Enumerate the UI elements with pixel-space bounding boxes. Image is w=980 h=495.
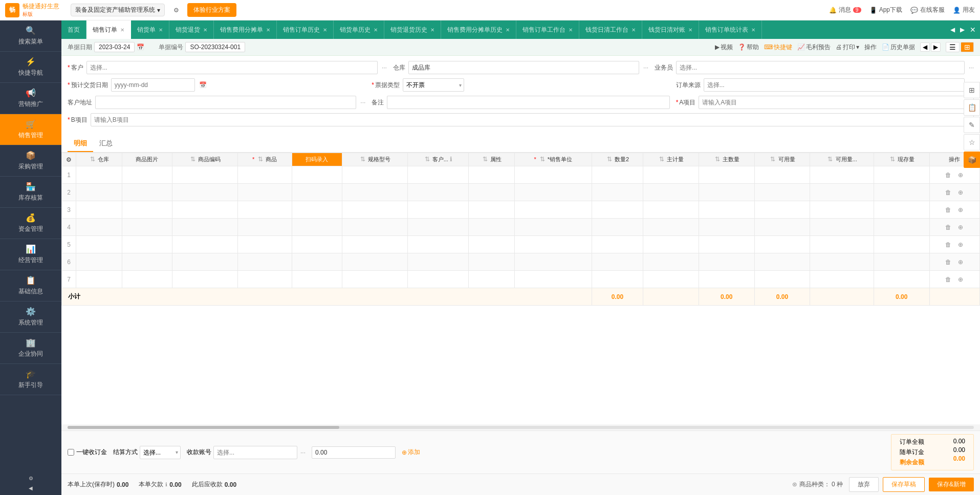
- close-tab-sales-order[interactable]: ✕: [120, 27, 124, 33]
- one-click-settle-checkbox[interactable]: 一键收订金: [68, 448, 107, 457]
- close-tab-expense-history[interactable]: ✕: [506, 27, 510, 33]
- row-stock-cell[interactable]: [874, 219, 929, 236]
- customer-more-btn[interactable]: ···: [382, 64, 387, 71]
- row-delete-btn[interactable]: 🗑: [943, 274, 953, 285]
- row-attr-cell[interactable]: [468, 201, 514, 219]
- col-stock-header[interactable]: ⇅ 现存量: [874, 153, 929, 166]
- row-mainqty-cell[interactable]: [699, 201, 754, 219]
- row-stock-cell[interactable]: [874, 201, 929, 219]
- row-code-cell[interactable]: [172, 236, 238, 253]
- app-download[interactable]: 📱 App下载: [869, 6, 902, 14]
- row-mainunit-cell[interactable]: [643, 271, 699, 288]
- close-tab-order-history[interactable]: ✕: [323, 27, 327, 33]
- close-tab-sales-invoice[interactable]: ✕: [159, 27, 163, 33]
- row-code-cell[interactable]: [172, 166, 238, 184]
- col-qty2-header[interactable]: ⇅ 数量2: [592, 153, 643, 166]
- notification-bell[interactable]: 🔔 消息 9: [829, 6, 861, 14]
- row-warehouse-cell[interactable]: [76, 271, 122, 288]
- col-main-qty-header[interactable]: ⇅ 主数量: [699, 153, 754, 166]
- row-avail-cell[interactable]: [754, 271, 810, 288]
- row-attr-cell[interactable]: [468, 236, 514, 253]
- warehouse-more-btn[interactable]: ···: [643, 64, 648, 71]
- user-avatar[interactable]: 👤 用友: [953, 6, 975, 14]
- row-avail-cell[interactable]: [754, 166, 810, 184]
- row-avail2-cell[interactable]: [810, 201, 874, 219]
- row-product-cell[interactable]: [237, 236, 292, 253]
- row-stock-cell[interactable]: [874, 236, 929, 253]
- payment-method-select[interactable]: 选择...: [140, 446, 181, 459]
- shortcut-btn[interactable]: ⌨ 快捷键: [764, 43, 792, 52]
- row-spec-cell[interactable]: [342, 253, 407, 271]
- row-code-cell[interactable]: [172, 219, 238, 236]
- col-code-header[interactable]: ⇅ 商品编码: [172, 153, 238, 166]
- row-delete-btn[interactable]: 🗑: [943, 187, 953, 198]
- row-attr-cell[interactable]: [468, 271, 514, 288]
- profit-btn[interactable]: 📈 毛利预告: [797, 43, 831, 52]
- tab-return-history[interactable]: 销货退货历史 ✕: [384, 20, 441, 39]
- row-avail-cell[interactable]: [754, 236, 810, 253]
- row-copy-btn[interactable]: ⊕: [955, 240, 966, 250]
- tab-order-stats[interactable]: 销售订单统计表 ✕: [699, 20, 762, 39]
- row-spec-cell[interactable]: [342, 166, 407, 184]
- row-avail2-cell[interactable]: [810, 219, 874, 236]
- tab-expense-history[interactable]: 销售费用分摊单历史 ✕: [441, 20, 516, 39]
- row-product-cell[interactable]: [237, 271, 292, 288]
- row-custcode-cell[interactable]: [407, 236, 468, 253]
- side-btn-5[interactable]: 📦: [964, 152, 980, 168]
- tab-invoice-history[interactable]: 销货单历史 ✕: [334, 20, 384, 39]
- row-mainunit-cell[interactable]: [643, 219, 699, 236]
- row-custcode-cell[interactable]: [407, 219, 468, 236]
- row-qty2-cell[interactable]: [592, 201, 643, 219]
- row-avail-cell[interactable]: [754, 219, 810, 236]
- row-code-cell[interactable]: [172, 271, 238, 288]
- row-unit-cell[interactable]: [514, 184, 592, 201]
- row-spec-cell[interactable]: [342, 236, 407, 253]
- row-warehouse-cell[interactable]: [76, 201, 122, 219]
- row-qty2-cell[interactable]: [592, 166, 643, 184]
- invoice-type-select[interactable]: 不开票 普通发票 增值税发票: [403, 78, 464, 92]
- col-attr-header[interactable]: ⇅ 属性: [468, 153, 514, 166]
- row-custcode-cell[interactable]: [407, 253, 468, 271]
- scroll-thumb[interactable]: [68, 426, 339, 429]
- receipt-account-more-btn[interactable]: ···: [300, 449, 306, 456]
- row-copy-btn[interactable]: ⊕: [955, 274, 966, 285]
- col-warehouse-header[interactable]: ⇅ 仓库: [76, 153, 122, 166]
- row-custcode-cell[interactable]: [407, 271, 468, 288]
- view-video-btn[interactable]: ▶ 视频: [715, 43, 733, 52]
- settings-icon[interactable]: ⚙: [169, 3, 183, 17]
- receipt-account-input[interactable]: [213, 446, 297, 459]
- tab-summary[interactable]: 汇总: [93, 136, 119, 152]
- row-product-cell[interactable]: [237, 253, 292, 271]
- col-spec-header[interactable]: ⇅ 规格型号: [342, 153, 407, 166]
- row-avail-cell[interactable]: [754, 201, 810, 219]
- operation-btn[interactable]: 操作: [864, 43, 877, 52]
- side-btn-1[interactable]: ⊞: [964, 82, 980, 98]
- customer-input[interactable]: [86, 61, 378, 74]
- tab-prev[interactable]: ◀: [948, 25, 957, 34]
- row-qty2-cell[interactable]: [592, 253, 643, 271]
- sidebar-collapse-btn[interactable]: ◀: [29, 485, 33, 491]
- tab-sales-invoice[interactable]: 销货单 ✕: [131, 20, 169, 39]
- row-custcode-cell[interactable]: [407, 201, 468, 219]
- sidebar-item-guide[interactable]: 🎓 新手引导: [0, 364, 61, 395]
- row-mainunit-cell[interactable]: [643, 253, 699, 271]
- staff-input[interactable]: [676, 61, 965, 74]
- row-mainqty-cell[interactable]: [699, 219, 754, 236]
- row-attr-cell[interactable]: [468, 253, 514, 271]
- row-spec-cell[interactable]: [342, 184, 407, 201]
- row-spec-cell[interactable]: [342, 201, 407, 219]
- col-available-header[interactable]: ⇅ 可用量: [754, 153, 810, 166]
- close-tab-daily-workbench[interactable]: ✕: [631, 27, 636, 33]
- close-tab-return-history[interactable]: ✕: [430, 27, 434, 33]
- address-input[interactable]: [95, 96, 356, 109]
- row-code-cell[interactable]: [172, 253, 238, 271]
- save-draft-button[interactable]: 保存草稿: [883, 477, 925, 492]
- row-qty2-cell[interactable]: [592, 184, 643, 201]
- scroll-track[interactable]: [68, 426, 974, 429]
- system-selector[interactable]: 装备及固定资产辅助管理系统 ▾: [71, 4, 165, 16]
- row-attr-cell[interactable]: [468, 219, 514, 236]
- row-mainqty-cell[interactable]: [699, 236, 754, 253]
- row-stock-cell[interactable]: [874, 184, 929, 201]
- sidebar-item-basicinfo[interactable]: 📋 基础信息: [0, 270, 61, 302]
- row-copy-btn[interactable]: ⊕: [955, 257, 966, 267]
